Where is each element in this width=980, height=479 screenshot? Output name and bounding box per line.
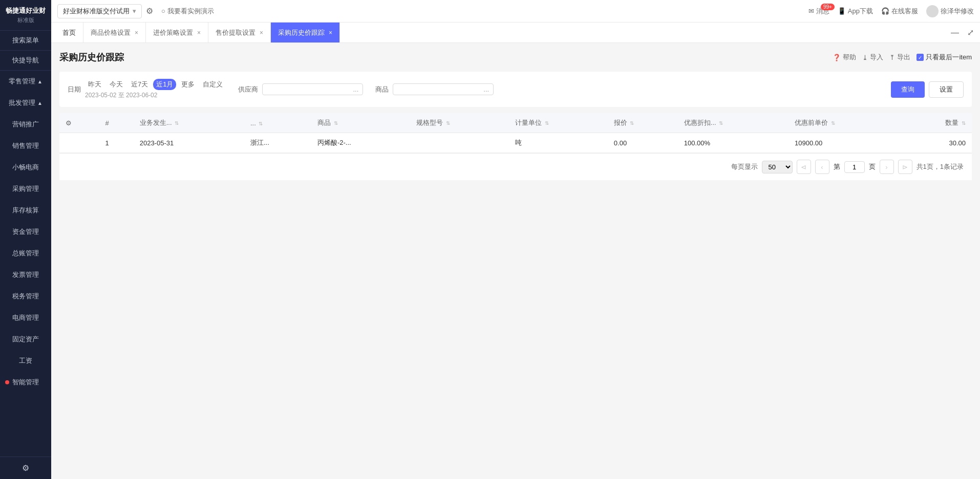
tab-history-price[interactable]: 采购历史价跟踪 ×	[271, 23, 340, 43]
supplier-select-icon[interactable]: ...	[353, 85, 358, 93]
pagination: 每页显示 20 50 100 200 ⊲ ‹ 第 页 › ⊳ 共1页，1条记录	[59, 153, 972, 180]
supplier-filter-label: 供应商	[238, 85, 258, 94]
sidebar-item-finance[interactable]: 资金管理	[0, 221, 51, 243]
data-table-wrap: ⚙ # 业务发生... ⇅ ... ⇅ 商品 ⇅	[59, 113, 972, 153]
tab-history-price-close[interactable]: ×	[329, 29, 332, 36]
goods-input[interactable]	[397, 85, 483, 93]
supplier-filter: 供应商 ...	[238, 83, 363, 95]
th-quantity[interactable]: 数量 ⇅	[902, 113, 972, 133]
app-download-label: App下载	[848, 7, 873, 16]
sidebar-item-label: 批发管理	[9, 98, 35, 107]
tab-sale-price-close[interactable]: ×	[260, 29, 263, 36]
sidebar-item-sales[interactable]: 销售管理	[0, 135, 51, 157]
demo-link[interactable]: ○ 我要看实例演示	[161, 7, 214, 16]
sort-icon: ⇅	[630, 120, 634, 126]
sidebar-item-invoice[interactable]: 发票管理	[0, 264, 51, 286]
export-link[interactable]: ⤒ 导出	[889, 53, 910, 62]
sort-icon: ⇅	[446, 120, 450, 126]
tab-purchase-strategy[interactable]: 进价策略设置 ×	[146, 23, 208, 43]
user-menu[interactable]: 徐泽华修改	[926, 5, 974, 17]
page-last-button[interactable]: ⊳	[898, 160, 912, 174]
goods-select-icon[interactable]: ...	[483, 85, 489, 93]
sidebar-item-marketing[interactable]: 营销推广	[0, 114, 51, 135]
settings-icon[interactable]: ⚙	[22, 464, 29, 472]
tab-purchase-strategy-close[interactable]: ×	[197, 29, 201, 36]
only-last-checkbox[interactable]	[917, 54, 924, 61]
setting-button[interactable]: 设置	[929, 81, 964, 98]
sidebar-item-ecommerce[interactable]: 电商管理	[0, 307, 51, 329]
th-unit[interactable]: 计量单位 ⇅	[509, 113, 608, 133]
th-goods[interactable]: 商品 ⇅	[311, 113, 410, 133]
demo-label: 我要看实例演示	[167, 7, 214, 16]
sidebar-item-purchase[interactable]: 采购管理	[0, 178, 51, 200]
topbar-gear-icon[interactable]: ⚙	[146, 6, 153, 16]
query-button[interactable]: 查询	[891, 81, 925, 98]
page-first-button[interactable]: ⊲	[797, 160, 811, 174]
message-button[interactable]: ✉ 消息 99+	[808, 7, 829, 16]
page-header: 采购历史价跟踪 ❓ 帮助 ⤓ 导入 ⤒ 导出 只看最后一item	[59, 51, 972, 63]
sidebar-item-ledger[interactable]: 总账管理	[0, 243, 51, 264]
date-opt-custom[interactable]: 自定义	[200, 79, 226, 90]
page-size-select[interactable]: 20 50 100 200	[762, 161, 793, 173]
headset-icon: 🎧	[881, 7, 889, 15]
th-spec[interactable]: 规格型号 ⇅	[410, 113, 509, 133]
sidebar-item-label: 销售管理	[12, 141, 39, 150]
sidebar-search[interactable]: 搜索菜单	[0, 31, 51, 51]
filter-row: 日期 昨天 今天 近7天 近1月 更多 自定义 2023-05-02 至 202…	[68, 79, 964, 100]
sidebar-item-label: 小畅电商	[12, 163, 39, 172]
sidebar-item-smart[interactable]: 智能管理	[0, 372, 51, 393]
online-service-button[interactable]: 🎧 在线客服	[881, 7, 918, 16]
tab-price-close[interactable]: ×	[135, 29, 138, 36]
only-last-checkbox-label[interactable]: 只看最后一item	[917, 53, 972, 62]
tab-expand-icon[interactable]: ⤢	[965, 26, 976, 39]
th-gear[interactable]: ⚙	[59, 113, 99, 133]
date-opt-today[interactable]: 今天	[106, 79, 126, 90]
page-next-button[interactable]: ›	[880, 160, 894, 174]
tab-sale-price[interactable]: 售价提取设置 ×	[208, 23, 271, 43]
row-unit-cell: 吨	[509, 133, 608, 153]
sidebar-item-retail[interactable]: 零售管理 ▲	[0, 71, 51, 92]
date-opt-yesterday[interactable]: 昨天	[85, 79, 104, 90]
th-dots[interactable]: ... ⇅	[244, 113, 311, 133]
th-discount[interactable]: 优惠折扣... ⇅	[678, 113, 789, 133]
page-title: 采购历史价跟踪	[59, 51, 124, 63]
page-actions: ❓ 帮助 ⤓ 导入 ⤒ 导出 只看最后一item	[833, 53, 972, 62]
tab-sale-price-label: 售价提取设置	[216, 28, 255, 37]
sidebar-item-ecommerce-small[interactable]: 小畅电商	[0, 157, 51, 178]
app-download-button[interactable]: 📱 App下载	[838, 7, 873, 16]
import-link[interactable]: ⤓ 导入	[862, 53, 883, 62]
date-options: 昨天 今天 近7天 近1月 更多 自定义 2023-05-02 至 2023-0…	[85, 79, 226, 100]
main-content: 好业财标准版交付试用 ▾ ⚙ ○ 我要看实例演示 ✉ 消息 99+ 📱 App下…	[51, 0, 980, 479]
sidebar-item-wholesale[interactable]: 批发管理 ▲	[0, 92, 51, 114]
supplier-input-wrap: ...	[262, 83, 363, 95]
date-opt-more[interactable]: 更多	[178, 79, 198, 90]
sidebar-item-label: 零售管理	[9, 77, 35, 86]
sidebar-item-fixed-assets[interactable]: 固定资产	[0, 329, 51, 350]
sidebar-item-salary[interactable]: 工资	[0, 350, 51, 372]
version-selector[interactable]: 好业财标准版交付试用 ▾	[57, 4, 142, 18]
page-prev-button[interactable]: ‹	[815, 160, 829, 174]
sidebar: 畅捷通好业财 标准版 搜索菜单 快捷导航 零售管理 ▲ 批发管理 ▲ 营销推广 …	[0, 0, 51, 479]
date-opt-1month[interactable]: 近1月	[153, 79, 176, 90]
sort-icon: ⇅	[962, 120, 966, 126]
th-date[interactable]: 业务发生... ⇅	[134, 113, 244, 133]
tab-price[interactable]: 商品价格设置 ×	[83, 23, 146, 43]
sort-icon: ⇅	[334, 120, 338, 126]
sidebar-item-tax[interactable]: 税务管理	[0, 286, 51, 307]
sidebar-nav[interactable]: 快捷导航	[0, 51, 51, 71]
date-opt-7days[interactable]: 近7天	[128, 79, 151, 90]
tab-minimize-icon[interactable]: —	[949, 26, 961, 39]
sidebar-item-inventory[interactable]: 库存核算	[0, 200, 51, 221]
th-spec-label: 规格型号	[416, 119, 443, 126]
supplier-input[interactable]	[267, 85, 353, 93]
user-name: 徐泽华修改	[941, 7, 974, 16]
th-price[interactable]: 报价 ⇅	[608, 113, 678, 133]
row-before-discount-cell: 10900.00	[789, 133, 902, 153]
table-row: 1 2023-05-31 浙江... 丙烯酸-2-... 吨 0.00 100.…	[59, 133, 972, 153]
page-number-input[interactable]	[844, 161, 865, 173]
row-discount-cell: 100.00%	[678, 133, 789, 153]
help-link[interactable]: ❓ 帮助	[833, 53, 856, 62]
th-before-discount[interactable]: 优惠前单价 ⇅	[789, 113, 902, 133]
row-quantity-cell: 30.00	[902, 133, 972, 153]
tab-home[interactable]: 首页	[55, 23, 83, 43]
